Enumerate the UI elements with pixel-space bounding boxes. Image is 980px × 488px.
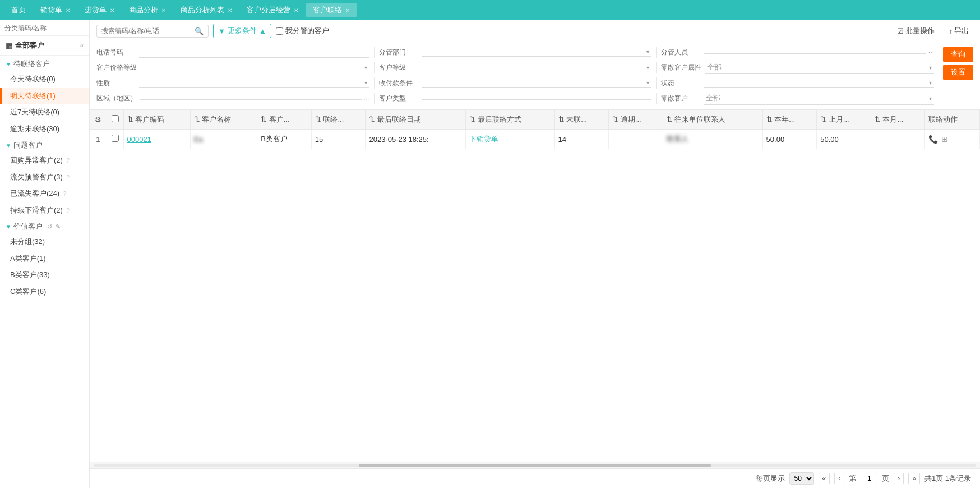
- filter-nature: 性质 ▾: [96, 79, 369, 88]
- scroll-hint: [90, 462, 980, 468]
- nav-customer-tier[interactable]: 客户分层经营 ✕: [240, 3, 305, 17]
- scroll-thumb[interactable]: [359, 464, 711, 467]
- filter-panel: 电话号码 分管部门 ▾ 分管人员: [90, 42, 980, 110]
- col-this-month[interactable]: ⇅ 本月...: [871, 110, 925, 130]
- page-size-select[interactable]: 50: [789, 472, 814, 485]
- row-checkbox[interactable]: [107, 130, 123, 149]
- last-page-btn[interactable]: »: [908, 473, 920, 484]
- person-select[interactable]: [704, 51, 926, 54]
- close-icon[interactable]: ✕: [110, 7, 114, 13]
- close-icon[interactable]: ✕: [228, 7, 232, 13]
- nav-sales[interactable]: 销货单 ✕: [34, 3, 77, 17]
- scroll-track: [94, 464, 976, 467]
- prev-page-btn[interactable]: ‹: [834, 473, 844, 484]
- sidebar-item-class-a[interactable]: A类客户(1): [0, 250, 89, 267]
- col-contact-count[interactable]: ⇅ 联络...: [311, 110, 366, 130]
- grid-icon[interactable]: ⊞: [941, 135, 948, 144]
- page-input[interactable]: [861, 473, 877, 484]
- col-this-year[interactable]: ⇅ 本年...: [762, 110, 817, 130]
- sidebar-item-repurchase-abnormal[interactable]: 回购异常客户(2) ?: [0, 152, 89, 169]
- table-row: 1 000021 Ea B类客户 15 2023-05-23 18:25: 下销…: [90, 130, 980, 149]
- col-last-date[interactable]: ⇅ 最后联络日期: [366, 110, 466, 130]
- phone-input[interactable]: [139, 47, 369, 58]
- more-icon[interactable]: ···: [928, 48, 934, 56]
- sidebar-item-week-contact[interactable]: 近7天待联络(0): [0, 104, 89, 121]
- top-nav: 首页 销货单 ✕ 进货单 ✕ 商品分析 ✕ 商品分析列表 ✕ 客户分层经营 ✕ …: [0, 0, 980, 20]
- sidebar-item-overdue-contact[interactable]: 逾期未联络(30): [0, 121, 89, 137]
- batch-operations-btn[interactable]: ☑ 批量操作: [893, 24, 939, 38]
- close-icon[interactable]: ✕: [345, 7, 350, 13]
- payment-select[interactable]: ▾: [422, 79, 652, 88]
- customer-code-link[interactable]: 000021: [127, 135, 151, 144]
- status-label: 状态: [661, 79, 700, 88]
- sidebar-item-churned[interactable]: 已流失客户(24) ?: [0, 185, 89, 202]
- sidebar-item-tomorrow-contact[interactable]: 明天待联络(1): [0, 88, 89, 104]
- col-last-method[interactable]: ⇅ 最后联络方式: [466, 110, 554, 130]
- nav-product-analysis-list[interactable]: 商品分析列表 ✕: [174, 3, 239, 17]
- refresh-icon[interactable]: ↺: [47, 223, 52, 231]
- next-page-btn[interactable]: ›: [894, 473, 904, 484]
- region-select[interactable]: [140, 97, 362, 100]
- sidebar-item-today-contact[interactable]: 今天待联络(0): [0, 71, 89, 88]
- row-uncontacted: 14: [554, 130, 609, 149]
- edit-icon[interactable]: ✎: [56, 223, 61, 231]
- sidebar-item-class-c[interactable]: C类客户(6): [0, 283, 89, 300]
- sidebar-search-input[interactable]: [4, 24, 89, 32]
- phone-icon[interactable]: 📞: [928, 135, 938, 144]
- close-icon[interactable]: ✕: [161, 7, 166, 13]
- filter-more-btn[interactable]: ▼ 更多条件 ▲: [213, 24, 271, 38]
- sidebar-item-churn-warning[interactable]: 流失预警客户(3) ?: [0, 169, 89, 186]
- customer-grade-select[interactable]: ▾: [422, 63, 652, 72]
- help-icon: ?: [66, 208, 70, 214]
- sidebar-item-ungrouped[interactable]: 未分组(32): [0, 233, 89, 250]
- query-button[interactable]: 查询: [943, 47, 973, 62]
- search-icon[interactable]: 🔍: [195, 27, 204, 35]
- filter-person: 分管人员 ···: [661, 48, 934, 57]
- my-customers-checkbox-label[interactable]: 我分管的客户: [276, 26, 329, 36]
- price-grade-select[interactable]: ▾: [140, 63, 369, 72]
- nav-product-analysis[interactable]: 商品分析 ✕: [122, 3, 173, 17]
- first-page-btn[interactable]: «: [819, 473, 830, 484]
- col-customer-type[interactable]: ⇅ 客户...: [257, 110, 312, 130]
- col-uncontacted[interactable]: ⇅ 未联...: [554, 110, 609, 130]
- nature-label: 性质: [96, 79, 136, 88]
- col-contact-person[interactable]: ⇅ 往来单位联系人: [663, 110, 762, 130]
- export-btn[interactable]: ↑ 导出: [945, 24, 974, 38]
- set-button[interactable]: 设置: [943, 65, 973, 80]
- nature-select[interactable]: ▾: [139, 79, 369, 88]
- divider: [656, 93, 657, 104]
- sort-icon: ⇅: [612, 115, 618, 123]
- customer-grade-label: 客户等级: [379, 63, 418, 72]
- more-icon[interactable]: ···: [364, 95, 369, 103]
- select-all-checkbox[interactable]: [112, 115, 119, 122]
- retail-customer-select[interactable]: 全部 ▾: [704, 92, 934, 105]
- dept-select[interactable]: ▾: [422, 48, 652, 57]
- col-overdue[interactable]: ⇅ 逾期...: [609, 110, 663, 130]
- status-select[interactable]: ▾: [704, 79, 934, 88]
- close-icon[interactable]: ✕: [294, 7, 298, 13]
- col-checkbox[interactable]: [107, 110, 123, 130]
- customer-type-label: 客户类型: [379, 94, 418, 103]
- row-select-checkbox[interactable]: [112, 135, 119, 142]
- close-icon[interactable]: ✕: [66, 7, 70, 13]
- chevron-down-icon: ▾: [929, 65, 932, 71]
- sidebar-all-customers[interactable]: ▦ 全部客户 «: [0, 36, 89, 56]
- nav-customer-contact[interactable]: 客户联络 ✕: [306, 3, 357, 17]
- sidebar-item-declining[interactable]: 持续下滑客户(2) ?: [0, 202, 89, 219]
- last-method-link[interactable]: 下销货单: [469, 135, 498, 143]
- col-settings[interactable]: ⚙: [90, 110, 107, 130]
- retail-attr-select[interactable]: 全部 ▾: [705, 61, 934, 74]
- sidebar-item-class-b[interactable]: B类客户(33): [0, 266, 89, 283]
- col-code[interactable]: ⇅ 客户编码: [123, 110, 190, 130]
- customer-type-select[interactable]: [422, 97, 652, 100]
- nav-home[interactable]: 首页: [4, 3, 33, 17]
- filter-icon: ▼: [218, 27, 225, 35]
- nav-purchase[interactable]: 进货单 ✕: [78, 3, 121, 17]
- col-name[interactable]: ⇅ 客户名称: [190, 110, 257, 130]
- col-last-month[interactable]: ⇅ 上月...: [817, 110, 871, 130]
- my-customers-checkbox[interactable]: [276, 27, 283, 35]
- chevron-left-icon[interactable]: «: [80, 42, 84, 49]
- sort-icon: ⇅: [667, 115, 673, 123]
- row-contact-count: 15: [311, 130, 366, 149]
- search-input[interactable]: [101, 27, 195, 35]
